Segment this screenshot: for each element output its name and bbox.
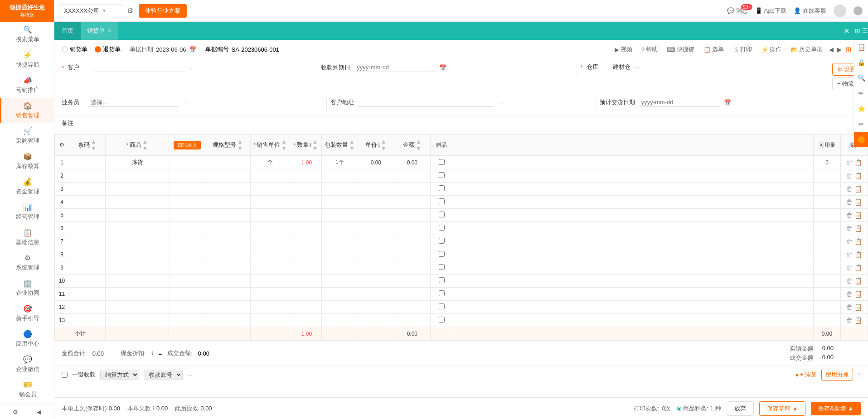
row-barcode-11[interactable] — [69, 288, 106, 301]
row-price-10[interactable] — [358, 275, 394, 288]
row-qty-4[interactable] — [290, 196, 321, 209]
row-qty-10[interactable] — [290, 275, 321, 288]
shortcut-btn[interactable]: ⌨ 快捷键 — [664, 44, 697, 54]
row-product-4[interactable] — [106, 196, 169, 209]
right-panel-edit-icon[interactable]: ✏ — [854, 86, 868, 101]
row-price-7[interactable] — [358, 235, 394, 248]
row-price-4[interactable] — [358, 196, 394, 209]
gift-checkbox-4[interactable] — [439, 198, 445, 204]
row-qty-3[interactable] — [290, 183, 321, 196]
right-panel-star-icon[interactable]: ⭐ — [854, 101, 868, 116]
copy-row-12-icon[interactable]: 📋 — [854, 303, 862, 311]
row-price-6[interactable] — [358, 222, 394, 235]
row-unit-11[interactable] — [251, 288, 290, 301]
row-spec-8[interactable] — [205, 248, 251, 261]
copy-row-7-icon[interactable]: 📋 — [854, 238, 862, 245]
row-spec-3[interactable] — [205, 183, 251, 196]
row-barcode-3[interactable] — [69, 183, 106, 196]
copy-row-4-icon[interactable]: 📋 — [854, 198, 862, 206]
this-order-due-info-icon[interactable]: ℹ — [153, 405, 155, 411]
customer-addr-more-icon[interactable]: ··· — [498, 99, 503, 106]
delete-row-11-icon[interactable]: 🗑 — [846, 290, 853, 298]
copy-row-3-icon[interactable]: 📋 — [854, 185, 862, 193]
delete-row-3-icon[interactable]: 🗑 — [846, 185, 853, 193]
row-gift-13[interactable] — [430, 314, 453, 327]
tab-close-icon[interactable]: ✕ — [107, 28, 112, 34]
row-product-11[interactable] — [106, 288, 169, 301]
tab-sales-order[interactable]: 销货单 ✕ — [81, 22, 118, 40]
row-qty-11[interactable] — [290, 288, 321, 301]
row-spec-4[interactable] — [205, 196, 251, 209]
row-unit-7[interactable] — [251, 235, 290, 248]
row-gift-7[interactable] — [430, 235, 453, 248]
copy-row-2-icon[interactable]: 📋 — [854, 172, 862, 179]
collapse-icon[interactable]: ◀ — [37, 409, 41, 415]
row-gift-2[interactable] — [430, 169, 453, 183]
row-price-3[interactable] — [358, 183, 394, 196]
gift-checkbox-2[interactable] — [439, 172, 445, 178]
row-gift-6[interactable] — [430, 222, 453, 235]
payment-amount-input[interactable] — [197, 370, 791, 379]
row-spec-5[interactable] — [205, 209, 251, 222]
row-price-8[interactable] — [358, 248, 394, 261]
sidebar-item-quick-nav[interactable]: ⚡ 快捷导航 — [0, 47, 54, 72]
app-download-button[interactable]: 📱 App下载 — [755, 7, 786, 15]
copy-row-9-icon[interactable]: 📋 — [854, 264, 862, 271]
row-unit-6[interactable] — [251, 222, 290, 235]
row-unit-4[interactable] — [251, 196, 290, 209]
close-all-tabs-icon[interactable]: ✕ — [844, 27, 849, 35]
row-product-12[interactable] — [106, 301, 169, 314]
one-click-payment-checkbox[interactable] — [62, 372, 68, 378]
col-header-scan[interactable]: 扫码录入 — [169, 135, 205, 156]
delete-row-12-icon[interactable]: 🗑 — [846, 303, 853, 311]
customer-addr-input[interactable] — [358, 98, 494, 107]
row-qty-9[interactable] — [290, 261, 321, 275]
save-new-button[interactable]: 保存&新增 ▲ — [811, 402, 861, 415]
sidebar-item-enterprise[interactable]: 🏢 企业协同 — [0, 275, 54, 301]
row-qty-7[interactable] — [290, 235, 321, 248]
row-price-12[interactable] — [358, 301, 394, 314]
delete-row-10-icon[interactable]: 🗑 — [846, 277, 853, 284]
row-gift-11[interactable] — [430, 288, 453, 301]
row-price-1[interactable]: 0.00 — [358, 156, 394, 169]
delete-row-6-icon[interactable]: 🗑 — [846, 225, 853, 232]
customer-more-icon[interactable]: ··· — [189, 64, 194, 71]
salesperson-input[interactable] — [88, 98, 179, 107]
row-spec-7[interactable] — [205, 235, 251, 248]
fee-split-help-icon[interactable]: ? — [858, 371, 861, 378]
row-unit-12[interactable] — [251, 301, 290, 314]
row-unit-2[interactable] — [251, 169, 290, 183]
settings-icon[interactable]: ⚙ — [127, 6, 133, 15]
row-barcode-4[interactable] — [69, 196, 106, 209]
copy-row-13-icon[interactable]: 📋 — [854, 317, 862, 324]
row-product-10[interactable] — [106, 275, 169, 288]
sidebar-item-guide[interactable]: 🎯 新手引导 — [0, 301, 54, 326]
row-barcode-6[interactable] — [69, 222, 106, 235]
row-unit-10[interactable] — [251, 275, 290, 288]
right-panel-clipboard-icon[interactable]: 📋 — [854, 40, 868, 54]
row-barcode-13[interactable] — [69, 314, 106, 327]
fee-split-button[interactable]: 费用分摊 — [821, 369, 853, 380]
sidebar-item-purchase[interactable]: 🛒 采购管理 — [0, 123, 54, 149]
row-barcode-2[interactable] — [69, 169, 106, 183]
row-qty-5[interactable] — [290, 209, 321, 222]
delete-row-13-icon[interactable]: 🗑 — [846, 317, 853, 324]
due-date-input[interactable] — [354, 63, 436, 72]
row-product-5[interactable] — [106, 209, 169, 222]
grid-view-icon[interactable]: ⊞ — [845, 45, 851, 54]
row-spec-10[interactable] — [205, 275, 251, 288]
tab-home[interactable]: 首页 — [54, 22, 81, 40]
trial-button[interactable]: 体验行业方案 — [139, 4, 187, 18]
row-qty-8[interactable] — [290, 248, 321, 261]
warehouse-more-icon[interactable]: ··· — [635, 64, 640, 71]
actions-btn[interactable]: ⚡ 操作 — [758, 44, 784, 54]
row-spec-6[interactable] — [205, 222, 251, 235]
select-btn[interactable]: 📋 选单 — [701, 44, 727, 54]
salesperson-more-icon[interactable]: ··· — [183, 99, 188, 106]
row-unit-5[interactable] — [251, 209, 290, 222]
row-barcode-1[interactable] — [69, 156, 106, 169]
gift-checkbox-1[interactable] — [439, 159, 445, 165]
gift-checkbox-3[interactable] — [439, 185, 445, 191]
sidebar-item-basic-info[interactable]: 📋 基础信息 — [0, 225, 54, 250]
row-barcode-9[interactable] — [69, 261, 106, 275]
